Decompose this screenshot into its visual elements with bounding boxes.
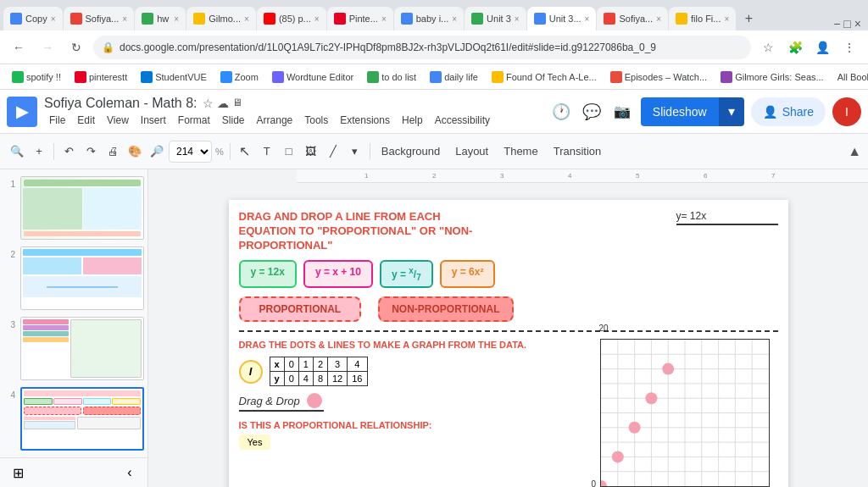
tab-close-filo[interactable]: × [724,14,729,24]
undo-button[interactable]: ↶ [58,140,79,163]
bookmark-gilmore[interactable]: Gilmore Girls: Seas... [715,69,829,85]
tab-gilmo[interactable]: Gilmo... × [186,7,256,30]
bookmark-spotify[interactable]: spotify !! [7,69,66,85]
menu-edit[interactable]: Edit [72,113,100,128]
tab-close-pinte[interactable]: × [381,14,387,24]
zoom-selector[interactable]: 214 100 75 50 [169,141,212,163]
bookmark-studentvue[interactable]: StudentVUE [136,69,212,85]
menu-insert[interactable]: Insert [136,113,171,128]
menu-arrange[interactable]: Arrange [252,113,298,128]
menu-extensions[interactable]: Extensions [335,113,395,128]
background-button[interactable]: Background [375,140,447,163]
bookmark-tech[interactable]: Found Of Tech A-Le... [487,69,602,85]
menu-view[interactable]: View [102,113,134,128]
profile-button[interactable]: 👤 [810,36,834,59]
layout-button[interactable]: Layout [448,140,495,163]
canvas-area[interactable]: 1 2 3 4 5 6 7 DRAG AND DROP A LINE FROM … [148,169,868,487]
forward-button[interactable]: → [36,36,59,59]
bookmark-all[interactable]: All Bookmarks [832,70,868,84]
tab-copy[interactable]: Copy × [3,7,63,30]
new-tab-button[interactable]: + [737,7,760,30]
bookmark-dailylife[interactable]: daily life [425,69,483,85]
bookmark-zoom[interactable]: Zoom [215,69,264,85]
present-options-icon[interactable]: 📷 [610,100,634,124]
history-icon[interactable]: 🕐 [549,100,573,124]
menu-file[interactable]: File [44,113,70,128]
menu-tools[interactable]: Tools [299,113,333,128]
slide-thumb-3[interactable]: 3 [3,317,144,380]
more-tools[interactable]: ▾ [345,140,365,163]
menu-help[interactable]: Help [397,113,428,128]
tab-close-youtube[interactable]: × [314,14,320,24]
bookmark-pinterest[interactable]: pinterestt [70,69,132,85]
redo-button[interactable]: ↷ [81,140,101,163]
menu-accessibility[interactable]: Accessibility [430,113,495,128]
tab-baby[interactable]: baby i... × [394,7,464,30]
minimize-button[interactable]: − [833,17,840,30]
slide-canvas[interactable]: DRAG AND DROP A LINE FROM EACH EQUATION … [229,200,788,487]
bookmark-wordtune[interactable]: Wordtune Editor [267,69,359,85]
text-tool[interactable]: T [257,140,277,163]
bookmark-todo[interactable]: to do list [362,69,421,85]
image-tool[interactable]: 🖼 [301,140,321,163]
zoom-icon[interactable]: 🔎 [147,140,167,163]
eq-box-2[interactable]: y = x + 10 [303,260,373,288]
tab-close-unit3b[interactable]: × [585,14,590,24]
bookmark-button[interactable]: ☆ [756,36,780,59]
settings-button[interactable]: ⋮ [837,36,861,59]
slide-img-3[interactable] [20,317,144,380]
user-avatar[interactable]: I [832,97,861,126]
tab-pinte[interactable]: Pinte... × [327,7,393,30]
proportional-label[interactable]: PROPORTIONAL [239,296,362,322]
close-button[interactable]: × [854,17,861,30]
slideshow-dropdown-button[interactable]: ▾ [719,97,744,126]
menu-format[interactable]: Format [173,113,215,128]
search-button[interactable]: 🔍 [7,140,27,163]
toolbar-collapse-button[interactable]: ▲ [848,144,861,159]
cursor-tool[interactable]: ↖ [235,140,255,163]
transition-button[interactable]: Transition [547,140,609,163]
star-icon[interactable]: ☆ [203,97,214,110]
slide-thumb-4[interactable]: 4 [3,387,144,451]
share-button[interactable]: 👤 Share [751,97,826,126]
tab-close-sofiya2[interactable]: × [656,14,661,24]
eq-box-3[interactable]: y = x/7 [380,260,433,288]
tab-unit3b[interactable]: Unit 3... × [527,7,597,30]
info-button[interactable]: I [239,360,263,384]
eq-box-1[interactable]: y = 12x [239,260,297,288]
collapse-panel-button[interactable]: ‹ [119,462,141,484]
non-proportional-label[interactable]: NON-PROPORTIONAL [378,296,513,322]
slide-thumb-1[interactable]: 1 [3,176,144,240]
slide-thumb-2[interactable]: 2 [3,246,144,310]
print-button[interactable]: 🖨 [103,140,123,163]
shape-tool[interactable]: □ [279,140,299,163]
tab-youtube[interactable]: (85) p... × [257,7,326,30]
line-tool[interactable]: ╱ [323,140,343,163]
tab-unit3[interactable]: Unit 3 × [465,7,526,30]
slide-img-4[interactable] [20,387,144,451]
zoom-in-button[interactable]: + [29,140,49,163]
tab-close-unit3[interactable]: × [515,14,520,24]
slide-img-1[interactable] [20,176,144,240]
tab-sofiya1[interactable]: Sofiya... × [64,7,135,30]
tab-hw[interactable]: hw × [135,7,186,30]
bookmark-episodes[interactable]: Episodes – Watch... [605,69,712,85]
eq-box-4[interactable]: y = 6x² [440,260,496,288]
menu-slide[interactable]: Slide [217,113,250,128]
drag-dot[interactable] [307,393,322,408]
slide-img-2[interactable] [20,246,144,310]
tab-close-gilmo[interactable]: × [244,14,249,24]
address-bar[interactable]: 🔒 docs.google.com/presentation/d/1L0Q1A9… [93,36,751,59]
tab-close-hw[interactable]: × [174,14,179,24]
comments-icon[interactable]: 💬 [580,100,604,124]
theme-button[interactable]: Theme [497,140,544,163]
tab-filo[interactable]: filo Fi... × [669,7,736,30]
extensions-button[interactable]: 🧩 [783,36,807,59]
back-button[interactable]: ← [7,36,31,59]
tab-close-baby[interactable]: × [452,14,457,24]
tab-close-sofiya1[interactable]: × [122,14,127,24]
restore-button[interactable]: □ [843,17,850,30]
tab-sofiya2[interactable]: Sofiya... × [597,7,668,30]
tab-close-copy[interactable]: × [51,14,56,24]
paint-format-button[interactable]: 🎨 [125,140,145,163]
